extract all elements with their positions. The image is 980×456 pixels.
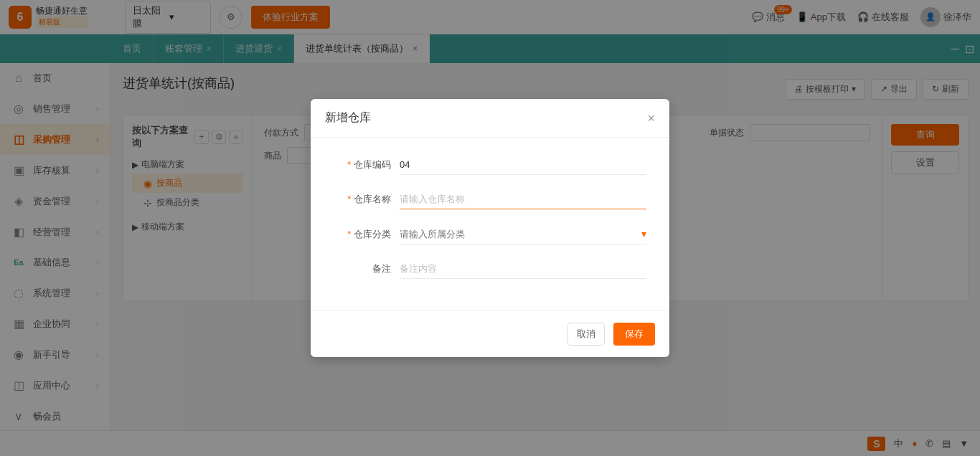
form-row-warehouse-category: 仓库分类 ▾ [334, 224, 646, 244]
warehouse-category-label: 仓库分类 [334, 228, 391, 241]
modal-header: 新增仓库 × [311, 99, 669, 138]
remark-label: 备注 [334, 262, 391, 275]
warehouse-name-input[interactable] [400, 189, 646, 209]
modal-body: 仓库编码 仓库名称 仓库分类 ▾ 备注 [311, 138, 669, 310]
warehouse-code-label: 仓库编码 [334, 158, 391, 171]
modal-title: 新增仓库 [325, 110, 371, 125]
warehouse-code-input[interactable] [400, 155, 646, 175]
form-row-warehouse-name: 仓库名称 [334, 189, 646, 209]
category-chevron-icon: ▾ [641, 228, 646, 239]
modal-new-warehouse: 新增仓库 × 仓库编码 仓库名称 仓库分类 ▾ 备注 取消 保存 [311, 99, 669, 357]
warehouse-name-label: 仓库名称 [334, 193, 391, 206]
warehouse-category-input[interactable] [400, 229, 641, 239]
remark-input[interactable] [400, 259, 646, 279]
save-button[interactable]: 保存 [613, 323, 655, 346]
form-row-remark: 备注 [334, 259, 646, 279]
modal-footer: 取消 保存 [311, 310, 669, 357]
cancel-button[interactable]: 取消 [567, 323, 605, 346]
modal-close-button[interactable]: × [647, 112, 655, 125]
form-row-warehouse-code: 仓库编码 [334, 155, 646, 175]
warehouse-category-select[interactable]: ▾ [400, 224, 646, 244]
